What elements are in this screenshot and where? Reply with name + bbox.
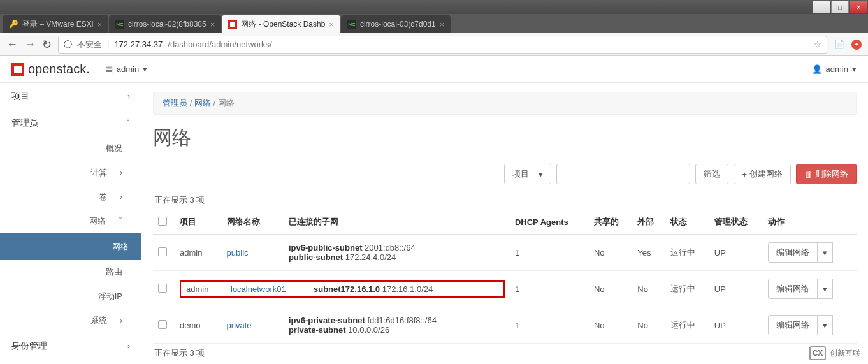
cell-shared: No xyxy=(589,271,632,307)
tab-title: 网络 - OpenStack Dashb xyxy=(241,19,325,30)
sidebar-item-label: 网络 xyxy=(89,215,106,227)
item-count-top: 正在显示 3 项 xyxy=(153,191,857,210)
close-icon[interactable]: × xyxy=(440,20,445,29)
forward-button[interactable]: → xyxy=(24,38,36,51)
select-all-checkbox[interactable] xyxy=(158,217,167,226)
networks-table: 项目 网络名称 已连接的子网 DHCP Agents 共享的 外部 状态 管理状… xyxy=(153,210,857,344)
project-name: admin xyxy=(117,64,139,74)
security-warning: 不安全 xyxy=(77,39,102,50)
chevron-right-icon: › xyxy=(120,168,122,177)
col-subnets[interactable]: 已连接的子网 xyxy=(284,210,510,235)
item-count-bottom: 正在显示 3 项 xyxy=(153,344,857,363)
network-link[interactable]: localnetwork01 xyxy=(231,284,314,294)
row-checkbox[interactable] xyxy=(158,284,167,293)
breadcrumb-admin[interactable]: 管理员 xyxy=(163,98,187,108)
sidebar-item-system[interactable]: 系统 › xyxy=(0,309,141,333)
back-button[interactable]: ← xyxy=(6,38,18,51)
col-status[interactable]: 状态 xyxy=(665,210,709,235)
edit-network-button[interactable]: 编辑网络 xyxy=(768,242,818,263)
close-icon[interactable]: × xyxy=(329,20,334,29)
col-dhcp[interactable]: DHCP Agents xyxy=(510,210,589,235)
brand-text: openstack. xyxy=(28,62,90,76)
subnet-cidr: 172.24.4.0/24 xyxy=(345,252,396,262)
create-network-label: 创建网络 xyxy=(749,168,783,180)
extension-icon[interactable]: 📄 xyxy=(834,39,845,50)
sidebar-item-project[interactable]: 项目 › xyxy=(0,83,141,110)
cell-project: admin xyxy=(180,248,202,258)
filter-button[interactable]: 筛选 xyxy=(695,164,728,184)
browser-tab[interactable]: NC cirros-local-03(c7d0d1 × xyxy=(341,15,451,33)
col-project[interactable]: 项目 xyxy=(175,210,222,235)
sidebar-item-compute[interactable]: 计算 › xyxy=(0,161,141,185)
edit-network-button[interactable]: 编辑网络 xyxy=(768,279,818,299)
user-menu[interactable]: 👤 admin ▾ xyxy=(812,64,857,74)
tab-title: 登录 – VMware ESXi xyxy=(22,19,93,30)
edit-network-button[interactable]: 编辑网络 xyxy=(768,315,818,335)
row-actions-dropdown[interactable]: ▾ xyxy=(818,279,833,299)
sidebar-item-admin[interactable]: 管理员 ˅ xyxy=(0,110,141,136)
delete-networks-button[interactable]: 🗑 删除网络 xyxy=(796,164,857,184)
col-admin-state[interactable]: 管理状态 xyxy=(709,210,763,235)
breadcrumb: 管理员 / 网络 / 网络 xyxy=(153,92,857,115)
cell-admin-state: UP xyxy=(709,235,763,271)
browser-tab[interactable]: NC cirros-local-02(8fb8385 × xyxy=(109,15,221,33)
sidebar-item-identity[interactable]: 身份管理 › xyxy=(0,333,141,360)
chevron-down-icon: ▾ xyxy=(852,64,857,74)
sidebar-item-networks[interactable]: 网络 xyxy=(0,233,141,260)
sidebar-item-label: 项目 xyxy=(11,91,29,102)
filter-field-button[interactable]: 项目 = ▾ xyxy=(504,164,551,184)
col-name[interactable]: 网络名称 xyxy=(222,210,284,235)
row-actions-dropdown[interactable]: ▾ xyxy=(818,315,833,335)
address-bar[interactable]: ⓘ 不安全 | 172.27.34.37/dashboard/admin/net… xyxy=(58,36,827,54)
row-checkbox[interactable] xyxy=(158,247,167,256)
bookmark-star-icon[interactable]: ☆ xyxy=(814,40,821,49)
sidebar: 项目 › 管理员 ˅ 概况 计算 › 卷 › 网络 ˅ 网络 路由 浮动IP xyxy=(0,83,141,364)
sidebar-item-label: 浮动IP xyxy=(98,291,122,302)
network-link[interactable]: public xyxy=(227,248,249,258)
adblock-icon[interactable]: ✦ xyxy=(851,40,862,50)
cell-dhcp: 1 xyxy=(510,307,589,344)
browser-tab[interactable]: 🔑 登录 – VMware ESXi × xyxy=(3,15,108,33)
novnc-icon: NC xyxy=(115,20,124,29)
sidebar-item-volume[interactable]: 卷 › xyxy=(0,185,141,209)
subnet-cidr: 2001:db8::/64 xyxy=(365,243,416,252)
breadcrumb-network[interactable]: 网络 xyxy=(194,98,211,108)
browser-tabs: 🔑 登录 – VMware ESXi × NC cirros-local-02(… xyxy=(0,14,868,33)
browser-chrome: — □ ✕ 🔑 登录 – VMware ESXi × NC cirros-loc… xyxy=(0,0,868,56)
col-shared[interactable]: 共享的 xyxy=(589,210,632,235)
chevron-right-icon: › xyxy=(120,193,122,201)
cell-external: No xyxy=(632,271,665,307)
close-icon[interactable]: × xyxy=(97,20,102,29)
trash-icon: 🗑 xyxy=(804,170,813,179)
table-toolbar: 项目 = ▾ 筛选 + 创建网络 🗑 删除网络 xyxy=(153,164,857,184)
sidebar-item-floating-ips[interactable]: 浮动IP xyxy=(0,284,141,309)
network-link[interactable]: private xyxy=(227,321,252,330)
cell-status: 运行中 xyxy=(665,271,709,307)
reload-button[interactable]: ↻ xyxy=(42,38,52,52)
subnet-name: ipv6-public-subnet xyxy=(289,243,363,252)
row-actions-dropdown[interactable]: ▾ xyxy=(818,242,833,263)
sidebar-item-routers[interactable]: 路由 xyxy=(0,260,141,284)
user-icon: 👤 xyxy=(812,64,822,74)
brand-logo[interactable]: openstack. xyxy=(11,62,90,76)
sidebar-item-label: 系统 xyxy=(90,315,107,326)
subnet-name: ipv6-private-subnet xyxy=(289,316,365,325)
sidebar-item-overview[interactable]: 概况 xyxy=(0,136,141,161)
sidebar-item-label: 卷 xyxy=(99,191,107,203)
filter-input[interactable] xyxy=(556,164,690,184)
browser-tab-active[interactable]: 网络 - OpenStack Dashb × xyxy=(222,15,340,33)
window-close-button[interactable]: ✕ xyxy=(850,1,867,13)
row-checkbox[interactable] xyxy=(158,320,167,329)
sidebar-item-label: 身份管理 xyxy=(11,340,47,352)
create-network-button[interactable]: + 创建网络 xyxy=(734,164,791,184)
sidebar-item-label: 路由 xyxy=(106,266,122,278)
window-maximize-button[interactable]: □ xyxy=(831,1,849,13)
separator: | xyxy=(107,40,109,49)
sidebar-item-label: 计算 xyxy=(90,167,107,178)
sidebar-item-network-group[interactable]: 网络 ˅ xyxy=(0,209,141,233)
close-icon[interactable]: × xyxy=(210,20,215,29)
col-actions: 动作 xyxy=(763,210,857,235)
window-minimize-button[interactable]: — xyxy=(813,1,830,13)
project-switcher[interactable]: ▤ admin ▾ xyxy=(105,64,147,74)
col-external[interactable]: 外部 xyxy=(632,210,665,235)
